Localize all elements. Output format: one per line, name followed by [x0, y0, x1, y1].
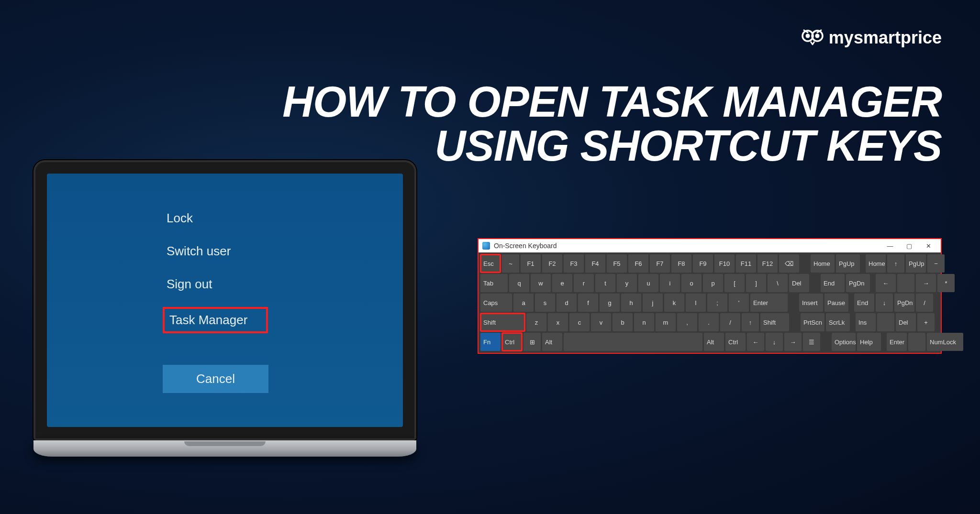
- key-z[interactable]: z: [526, 313, 546, 331]
- key-nav-right-icon[interactable]: →: [916, 274, 936, 292]
- key-f8[interactable]: F8: [671, 254, 691, 273]
- key-f9[interactable]: F9: [693, 254, 713, 273]
- key-numpad-star[interactable]: *: [937, 274, 955, 292]
- key-ins[interactable]: Ins: [856, 313, 876, 331]
- key-f1[interactable]: F1: [521, 254, 541, 273]
- key-end[interactable]: End: [821, 274, 845, 292]
- menu-item-task-manager[interactable]: Task Manager: [163, 307, 268, 333]
- key-help[interactable]: Help: [857, 333, 881, 351]
- key-f6[interactable]: F6: [628, 254, 648, 273]
- key-comma[interactable]: ,: [677, 313, 697, 331]
- key-numpad-plus[interactable]: +: [917, 313, 935, 331]
- key-o[interactable]: o: [681, 274, 702, 292]
- key-nav-down-icon[interactable]: ↓: [876, 294, 893, 312]
- key-y[interactable]: y: [617, 274, 637, 292]
- menu-item-lock[interactable]: Lock: [163, 208, 287, 229]
- key-f3[interactable]: F3: [564, 254, 584, 273]
- key-v[interactable]: v: [591, 313, 611, 331]
- menu-item-switch-user[interactable]: Switch user: [163, 241, 287, 262]
- key-ctrl-right[interactable]: Ctrl: [725, 333, 746, 351]
- key-k[interactable]: k: [664, 294, 684, 312]
- close-button[interactable]: ✕: [920, 241, 937, 251]
- menu-item-sign-out[interactable]: Sign out: [163, 274, 287, 295]
- key-arrow-right-icon[interactable]: →: [784, 333, 802, 351]
- key-f7[interactable]: F7: [650, 254, 670, 273]
- key-numpad-minus[interactable]: −: [927, 254, 945, 273]
- key-f10[interactable]: F10: [714, 254, 735, 273]
- key-nav-home[interactable]: Home: [866, 254, 886, 273]
- key-d[interactable]: d: [557, 294, 577, 312]
- minimize-button[interactable]: —: [881, 241, 899, 251]
- key-f[interactable]: f: [578, 294, 598, 312]
- key-m[interactable]: m: [656, 313, 676, 331]
- key-right-bracket[interactable]: ]: [746, 274, 766, 292]
- key-a[interactable]: a: [513, 294, 534, 312]
- key-options[interactable]: Options: [832, 333, 856, 351]
- key-b[interactable]: b: [612, 313, 633, 331]
- key-nav-empty-2[interactable]: [877, 313, 894, 331]
- key-tilde[interactable]: ~: [502, 254, 519, 273]
- key-windows-icon[interactable]: ⊞: [523, 333, 541, 351]
- key-h[interactable]: h: [621, 294, 641, 312]
- key-nav-end[interactable]: End: [854, 294, 874, 312]
- key-del-2[interactable]: Del: [896, 313, 916, 331]
- key-nav-left-icon[interactable]: ←: [876, 274, 896, 292]
- key-nav-pgup[interactable]: PgUp: [906, 254, 926, 273]
- key-home[interactable]: Home: [811, 254, 835, 273]
- key-s[interactable]: s: [535, 294, 555, 312]
- key-g[interactable]: g: [600, 294, 620, 312]
- key-tab[interactable]: Tab: [480, 274, 508, 292]
- key-del[interactable]: Del: [789, 274, 809, 292]
- key-f2[interactable]: F2: [542, 254, 562, 273]
- key-pgup[interactable]: PgUp: [836, 254, 860, 273]
- key-q[interactable]: q: [509, 274, 529, 292]
- key-backspace[interactable]: ⌫: [779, 254, 799, 273]
- key-prtscn[interactable]: PrtScn: [801, 313, 824, 331]
- key-n[interactable]: n: [634, 313, 654, 331]
- key-e[interactable]: e: [552, 274, 572, 292]
- key-backslash[interactable]: \: [768, 274, 788, 292]
- key-nav-pgdn[interactable]: PgDn: [894, 294, 914, 312]
- key-nav-up-icon[interactable]: ↑: [887, 254, 904, 273]
- key-arrow-down-icon[interactable]: ↓: [766, 333, 783, 351]
- key-r[interactable]: r: [574, 274, 594, 292]
- key-numpad-slash[interactable]: /: [916, 294, 933, 312]
- cancel-button[interactable]: Cancel: [163, 365, 268, 393]
- key-caps[interactable]: Caps: [480, 294, 512, 312]
- key-context-menu-icon[interactable]: ☰: [803, 333, 820, 351]
- key-semicolon[interactable]: ;: [707, 294, 727, 312]
- key-i[interactable]: i: [660, 274, 680, 292]
- key-enter[interactable]: Enter: [750, 294, 788, 312]
- key-left-bracket[interactable]: [: [724, 274, 745, 292]
- key-w[interactable]: w: [531, 274, 551, 292]
- key-t[interactable]: t: [595, 274, 615, 292]
- key-arrow-up-icon[interactable]: ↑: [742, 313, 759, 331]
- key-period[interactable]: .: [699, 313, 719, 331]
- key-alt-left[interactable]: Alt: [542, 333, 562, 351]
- key-p[interactable]: p: [703, 274, 723, 292]
- key-numpad-enter[interactable]: Enter: [887, 333, 907, 351]
- key-forward-slash[interactable]: /: [720, 313, 740, 331]
- key-l[interactable]: l: [686, 294, 706, 312]
- key-insert[interactable]: Insert: [799, 294, 823, 312]
- key-c[interactable]: c: [569, 313, 590, 331]
- key-f5[interactable]: F5: [607, 254, 627, 273]
- key-j[interactable]: j: [643, 294, 663, 312]
- key-nav-empty[interactable]: [897, 274, 914, 292]
- key-shift-left[interactable]: Shift: [480, 313, 525, 331]
- key-u[interactable]: u: [638, 274, 658, 292]
- key-shift-right[interactable]: Shift: [760, 313, 789, 331]
- key-esc[interactable]: Esc: [480, 254, 501, 273]
- key-f12[interactable]: F12: [757, 254, 778, 273]
- key-ctrl-left[interactable]: Ctrl: [502, 333, 522, 351]
- key-alt-right[interactable]: Alt: [704, 333, 724, 351]
- key-f4[interactable]: F4: [585, 254, 605, 273]
- maximize-button[interactable]: ▢: [901, 241, 918, 251]
- key-pause[interactable]: Pause: [824, 294, 848, 312]
- key-fn[interactable]: Fn: [480, 333, 501, 351]
- key-scrlk[interactable]: ScrLk: [826, 313, 850, 331]
- key-nav-empty-3[interactable]: [908, 333, 925, 351]
- key-space[interactable]: [564, 333, 702, 351]
- key-arrow-left-icon[interactable]: ←: [747, 333, 764, 351]
- key-pgdn[interactable]: PgDn: [846, 274, 870, 292]
